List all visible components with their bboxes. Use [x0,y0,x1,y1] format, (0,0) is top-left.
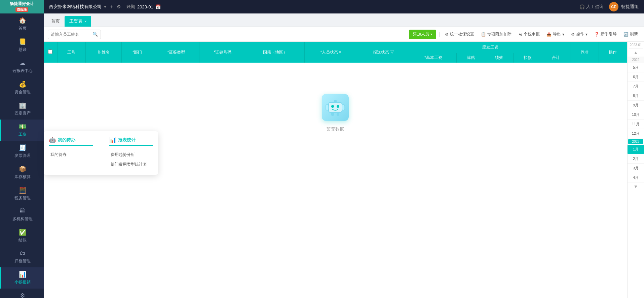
company-area: 西安虾米网络科技有限公司 ▾ ＋ ⚙ [44,3,126,10]
add-person-button[interactable]: 添加人员 ▾ [409,30,436,39]
sidebar-item-multi-org[interactable]: 🏛 多机构管理 [0,204,44,225]
header-right: 🎧 人工咨询 CE 畅捷通组 [579,2,644,11]
operations-btn[interactable]: ⚙ 操作 ▾ [569,30,590,39]
tab-salary-table[interactable]: 工资表 × [65,16,91,27]
month-item-4[interactable]: 4月 [628,173,644,183]
logo-text: 畅捷通好会计 旗舰版 [10,1,34,12]
svg-point-1 [331,105,334,108]
export-icon: 📤 [546,32,552,37]
headset-icon: 🎧 [579,4,585,9]
month-item-2[interactable]: 2月 [628,154,644,164]
th-operations: 操作 [599,42,627,63]
th-name[interactable]: ⇅ 姓名 [85,42,121,63]
sidebar-item-cloud-report[interactable]: ☁ 云报表中心 [0,56,44,77]
select-all-checkbox[interactable] [48,49,52,54]
special-deduction-icon: 📋 [481,32,486,37]
sidebar-item-assets[interactable]: 🏢 固定资产 [0,98,44,120]
export-btn[interactable]: 📤 导出 ▾ [544,30,566,39]
menu-item-dept-expense[interactable]: 部门费用类型统计表 [109,160,153,169]
social-insurance-btn[interactable]: ⚙ 统一社保设置 [443,30,476,39]
user-area[interactable]: CE 畅捷通组 [609,2,639,11]
tax-icon: 🧮 [19,187,26,194]
table-header-row1: 工号 ⇅ 姓名 *部门 *证鉴类型 *证鉴号码 国籍（地区） [44,42,627,53]
month-scroll-up-btn[interactable]: ▲ [628,48,644,57]
operations-icon: ⚙ [571,32,575,37]
sidebar-item-tax[interactable]: 🧮 税务管理 [0,183,44,204]
assets-icon: 🏢 [19,102,26,109]
calendar-icon[interactable]: 📅 [155,4,161,9]
chevron-down-icon[interactable]: ▾ [104,5,106,9]
refresh-btn[interactable]: 🔄 刷新 [621,30,640,39]
month-item-1-active[interactable]: 1月 [628,145,644,154]
checkbox-header[interactable] [44,42,57,63]
finance-icon: 💰 [19,80,26,88]
month-item-5[interactable]: 5月 [628,63,644,72]
sidebar-item-settings[interactable]: ⚙ 基础设置 [0,289,44,298]
menu-col-reports-title: 📊 报表统计 [109,137,153,146]
sidebar-item-inventory[interactable]: 📦 库存核算 [0,162,44,183]
sidebar-item-archive[interactable]: 🗂 归档管理 [0,246,44,267]
col-divider [101,137,101,169]
special-deduction-btn[interactable]: 📋 专项附加扣除 [479,30,514,39]
name-sort[interactable]: ⇅ 姓名 [98,49,110,55]
empty-robot-icon [322,94,349,121]
tab-home[interactable]: 首页 [46,16,65,27]
sidebar-item-close-account[interactable]: ✅ 结账 [0,225,44,246]
sidebar-item-expense[interactable]: 📊 小畅报销 [0,267,44,289]
tab-bar: 首页 工资表 × [44,13,644,27]
month-item-8[interactable]: 8月 [628,91,644,101]
settings-icon[interactable]: ⚙ [117,4,121,9]
inventory-icon: 📦 [19,165,26,173]
svg-point-2 [337,105,339,108]
tab-close-icon[interactable]: × [84,19,86,23]
home-icon: 🏠 [19,17,26,24]
operations-arrow-icon: ▾ [585,32,588,37]
sidebar-item-salary[interactable]: 💵 工资 [0,120,44,141]
svg-rect-7 [331,112,334,116]
user-name: 畅捷通组 [621,4,639,10]
search-icon[interactable]: 🔍 [92,32,98,37]
report-filter-icon[interactable]: ▽ [390,50,394,55]
menu-col-reports: 📊 报表统计 费用趋势分析 部门费用类型统计表 [109,137,153,169]
invoice-icon: 🧾 [19,144,26,152]
customer-service-btn[interactable]: 🎧 人工咨询 [579,4,604,10]
date-col-header: 2023.01 [629,42,642,48]
th-total: 合计 [542,53,570,63]
add-company-icon[interactable]: ＋ [109,3,114,10]
sidebar-item-ledger[interactable]: 📒 总账 [0,35,44,56]
th-deductions: 扣款 [514,53,542,63]
refresh-icon: 🔄 [623,32,629,37]
tax-report-btn[interactable]: 🖨 个税申报 [516,30,542,39]
todo-col-icon: 🤖 [49,137,56,143]
guide-btn[interactable]: ❓ 新手引导 [592,30,619,39]
menu-col-todo-title: 🤖 我的待办 [49,137,93,146]
month-item-12[interactable]: 12月 [628,129,644,138]
month-item-3[interactable]: 3月 [628,164,644,173]
social-insurance-icon: ⚙ [445,32,449,37]
month-item-6[interactable]: 6月 [628,72,644,82]
sidebar-item-finance[interactable]: 💰 资金管理 [0,77,44,98]
menu-item-my-todo[interactable]: 我的待办 [49,150,93,160]
th-report-status[interactable]: 报送状态 ▽ [357,42,410,63]
month-item-9[interactable]: 9月 [628,101,644,110]
status-filter-icon[interactable]: ▾ [339,50,341,55]
period-value: 2023-01 [137,4,153,9]
floating-menu: 🤖 我的待办 我的待办 📊 报表统计 费用趋势分析 部门费用类型统计表 [44,131,158,175]
svg-rect-5 [326,105,329,110]
menu-item-expense-trend[interactable]: 费用趋势分析 [109,150,153,160]
top-header: 畅捷通好会计 旗舰版 西安虾米网络科技有限公司 ▾ ＋ ⚙ 账期 2023-01… [0,0,644,13]
sidebar-item-home[interactable]: 🏠 首页 [0,13,44,35]
month-item-11[interactable]: 11月 [628,120,644,129]
th-status[interactable]: *人员状态 ▾ [305,42,357,63]
month-scroll-down-btn[interactable]: ▼ [628,183,644,191]
toolbar: 🔍 添加人员 ▾ | ⚙ 统一社保设置 📋 专项附加扣除 🖨 个税申报 📤 [44,27,644,42]
search-input[interactable] [51,32,91,37]
ledger-icon: 📒 [19,38,26,45]
sidebar-item-invoice[interactable]: 🧾 发票管理 [0,141,44,162]
month-item-10[interactable]: 10月 [628,110,644,120]
search-wrap: 🔍 [48,30,101,39]
month-item-7[interactable]: 7月 [628,82,644,91]
th-allowance: 津贴 [457,53,485,63]
dropdown-arrow-icon: ▾ [430,32,432,36]
th-nationality: 国籍（地区） [246,42,305,63]
